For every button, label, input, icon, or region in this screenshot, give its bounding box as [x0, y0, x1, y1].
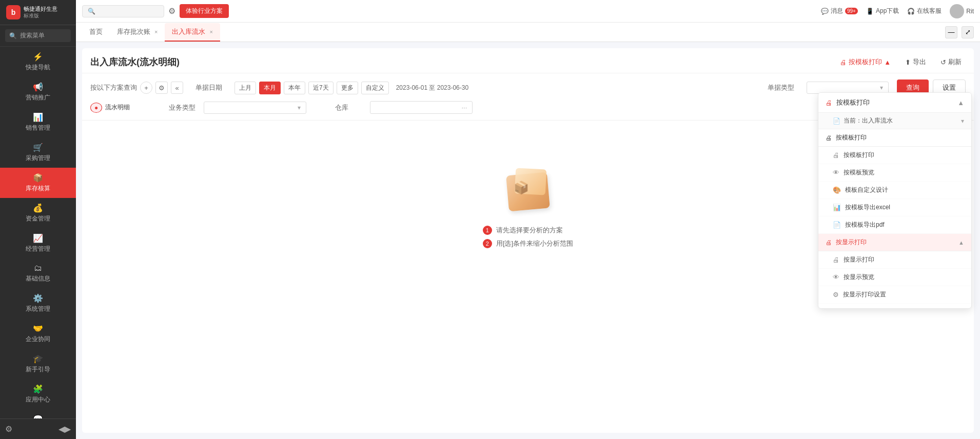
print-template-btn[interactable]: 🖨 按模板打印 ▲	[836, 55, 895, 69]
dp-display-print-settings-item[interactable]: ⚙ 按显示打印设置	[818, 286, 971, 304]
tab-home[interactable]: 首页	[82, 23, 110, 42]
topbar-search-box[interactable]: 🔍	[82, 5, 164, 17]
warehouse-filter: 仓库 ···	[335, 101, 473, 114]
date-7days-btn[interactable]: 近7天	[308, 82, 334, 94]
filter-collapse-left-btn[interactable]: «	[171, 82, 183, 94]
dp-template-preview-item[interactable]: 👁 按模板预览	[818, 164, 971, 182]
date-custom-btn[interactable]: 自定义	[361, 82, 389, 94]
date-more-btn[interactable]: 更多	[337, 82, 358, 94]
step-1-num: 1	[483, 226, 492, 235]
tab-batch-account-close[interactable]: ×	[154, 29, 158, 35]
tab-maximize-btn[interactable]: ⤢	[962, 26, 974, 38]
dp-template-print-icon: 🖨	[833, 151, 839, 159]
operation-label: 经营管理	[26, 245, 50, 253]
quick-nav-icon: ⚡	[33, 52, 43, 62]
tab-batch-account[interactable]: 库存批次账 ×	[110, 23, 165, 42]
sidebar-item-purchase[interactable]: 🛒 采购管理	[0, 137, 76, 168]
add-filter-btn[interactable]: +	[140, 82, 152, 94]
current-chevron-icon[interactable]: ▾	[961, 117, 964, 125]
dp-export-excel-label: 按模板导出excel	[845, 203, 890, 212]
dp-display-preview-item[interactable]: 👁 按显示预览	[818, 269, 971, 286]
inventory-icon: 📦	[33, 173, 43, 183]
dp-template-design-label: 模板自定义设计	[845, 186, 888, 194]
sidebar-item-guide[interactable]: 🎓 新手引导	[0, 349, 76, 379]
sidebar-item-enterprise[interactable]: 🤝 企业协同	[0, 318, 76, 349]
date-this-month-btn[interactable]: 本月	[259, 82, 281, 94]
operation-icon: 📈	[33, 233, 43, 243]
sidebar-item-marketing[interactable]: 📢 营销推广	[0, 77, 76, 107]
refresh-btn[interactable]: ↺ 刷新	[936, 55, 966, 69]
settings-icon[interactable]: ⚙	[5, 424, 12, 434]
dp-template-export-excel-item[interactable]: 📊 按模板导出excel	[818, 199, 971, 216]
tab-stock-flow-close[interactable]: ×	[209, 29, 212, 35]
dp-display-preview-icon: 👁	[833, 273, 839, 281]
system-label: 系统管理	[26, 305, 50, 313]
business-type-select[interactable]: ▾	[204, 102, 306, 114]
search-label: 搜索菜单	[20, 31, 45, 40]
basic-label: 基础信息	[26, 274, 50, 283]
export-btn[interactable]: ⬆ 导出	[901, 55, 930, 69]
dp-display-settings-icon: ⚙	[833, 291, 839, 298]
chevron-up-icon: ▲	[884, 58, 891, 66]
sidebar-item-wechat[interactable]: 💬 企业微信	[0, 409, 76, 418]
sidebar-item-basic[interactable]: 🗂 基础信息	[0, 258, 76, 288]
dp-template-preview-label: 按模板预览	[844, 168, 874, 177]
finance-label: 资金管理	[26, 214, 50, 223]
business-type-filter: 业务类型 ▾	[169, 102, 306, 114]
topbar-gear-icon[interactable]: ⚙	[168, 6, 175, 16]
message-btn[interactable]: 💬 消息 99+	[821, 7, 858, 15]
sidebar-item-app-center[interactable]: 🧩 应用中心	[0, 379, 76, 409]
online-service-btn[interactable]: 🎧 在线客服	[907, 7, 942, 15]
dp-template-export-pdf-item[interactable]: 📄 按模板导出pdf	[818, 216, 971, 234]
topbar: 🔍 ⚙ 体验行业方案 💬 消息 99+ 📱 App下载 🎧 在线客服 R	[76, 0, 980, 23]
sub-filter-scheme: ● 流水明细	[90, 103, 130, 113]
purchase-icon: 🛒	[33, 143, 43, 152]
empty-step-2: 2 用[选]条件来缩小分析范围	[483, 239, 573, 248]
app-download-label: App下载	[876, 7, 899, 15]
app-center-icon: 🧩	[33, 384, 43, 394]
dropdown-scroll-area: 🖨 按模板打印 ▲ 📄 当前：出入库流水 ▾	[818, 93, 971, 308]
step-2-num: 2	[483, 239, 492, 248]
sidebar-item-quick-nav[interactable]: ⚡ 快捷导航	[0, 47, 76, 77]
industry-solution-button[interactable]: 体验行业方案	[180, 4, 229, 18]
dp-template-custom-design-item[interactable]: 🎨 模板自定义设计	[818, 182, 971, 199]
empty-illustration: 📦	[497, 166, 559, 217]
user-avatar-btn[interactable]: Rit	[950, 4, 974, 18]
main-area: 🔍 ⚙ 体验行业方案 💬 消息 99+ 📱 App下载 🎧 在线客服 R	[76, 0, 980, 439]
sidebar-item-sales[interactable]: 📊 销售管理	[0, 107, 76, 137]
date-this-year-btn[interactable]: 本年	[284, 82, 305, 94]
tab-stock-flow[interactable]: 出入库流水 ×	[165, 23, 220, 42]
tab-minimize-btn[interactable]: —	[945, 26, 957, 38]
message-label: 消息	[831, 7, 843, 15]
guide-icon: 🎓	[33, 354, 43, 364]
purchase-label: 采购管理	[26, 154, 50, 163]
user-name: Rit	[966, 8, 974, 15]
dp-display-print-item[interactable]: 🖨 按显示打印	[818, 251, 971, 269]
warehouse-select[interactable]: ···	[370, 101, 473, 114]
dp-template-print-item[interactable]: 🖨 按模板打印	[818, 147, 971, 164]
filter-setting-btn[interactable]: ⚙	[155, 82, 168, 94]
collapse-sidebar-icon[interactable]: ◀▶	[58, 424, 71, 434]
sales-icon: 📊	[33, 112, 43, 122]
dropdown-current-subheader: 📄 当前：出入库流水 ▾	[818, 113, 971, 129]
sidebar-search-btn[interactable]: 🔍 搜索菜单	[5, 29, 71, 42]
online-service-label: 在线客服	[917, 7, 942, 15]
sub-filter-tag: ●	[90, 103, 102, 113]
sidebar-footer: ⚙ ◀▶	[0, 418, 76, 439]
sub-filter-label: 流水明细	[105, 103, 130, 112]
app-download-btn[interactable]: 📱 App下载	[866, 7, 899, 15]
dp-display-export-excel-item[interactable]: 📊 按显示导出excel	[818, 304, 971, 308]
dp-export-pdf-icon: 📄	[833, 221, 841, 229]
sidebar-item-finance[interactable]: 💰 资金管理	[0, 198, 76, 228]
finance-icon: 💰	[33, 203, 43, 213]
empty-step-1: 1 请先选择要分析的方案	[483, 226, 573, 235]
sidebar-item-operation[interactable]: 📈 经营管理	[0, 228, 76, 258]
date-last-month-btn[interactable]: 上月	[234, 82, 256, 94]
sidebar-item-inventory[interactable]: 📦 库存核算	[0, 168, 76, 198]
dropdown-chevron-up-icon[interactable]: ▲	[957, 99, 964, 107]
dropdown-title: 按模板打印	[836, 98, 870, 107]
dp-template-preview-icon: 👁	[833, 169, 839, 176]
sidebar-item-system[interactable]: ⚙️ 系统管理	[0, 288, 76, 318]
search-icon: 🔍	[9, 32, 17, 39]
dropdown-panel: 🖨 按模板打印 ▲ 📄 当前：出入库流水 ▾	[818, 92, 972, 309]
